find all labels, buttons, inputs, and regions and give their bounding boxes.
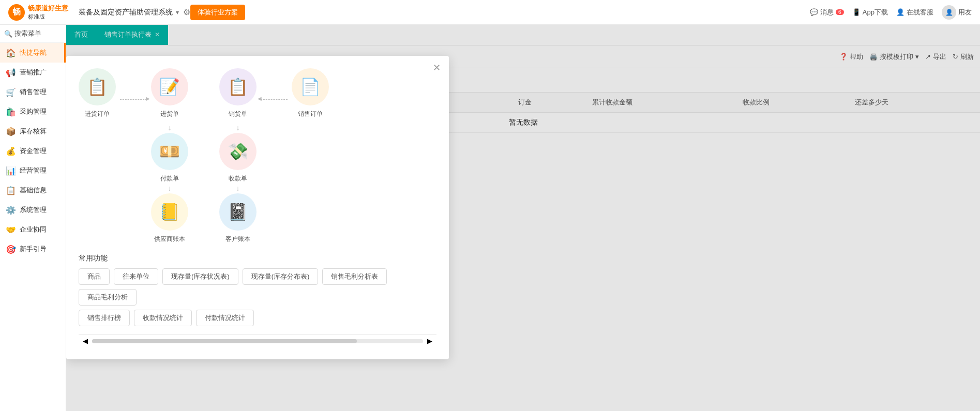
common-functions: 常用功能 商品 往来单位 现存量(库存状况表) 现存量(库存分布表) 销售毛利分… [79,254,436,326]
purchase-order-label: 进货订单 [85,110,110,118]
receipt-bill-node[interactable]: 💸 收款单 [219,133,257,183]
purchase-bill-node[interactable]: 📝 进货单 [151,68,188,118]
sidebar-item-label: 企业协同 [20,225,47,234]
arrow-down-payment: ↓ [168,124,172,132]
sidebar-item-basic-info[interactable]: 📋 基础信息 [0,180,66,200]
gear-icon[interactable]: ⚙ [183,7,190,17]
scroll-right-icon[interactable]: ▶ [427,337,432,345]
sidebar-item-label: 系统管理 [20,205,47,215]
sale-order-label: 销售订单 [298,110,323,118]
customer-book-node[interactable]: 📓 客户账本 [219,193,257,243]
customer-book-icon: 📓 [219,193,257,231]
receipt-bill-icon: 💸 [219,133,257,170]
purchase-order-node[interactable]: 📋 进货订单 [79,68,116,118]
user-button[interactable]: 👤 用友 [942,5,972,20]
sidebar-item-label: 资金管理 [20,146,47,156]
payment-bill-node[interactable]: 💴 付款单 [151,133,188,183]
sidebar-item-marketing[interactable]: 📢 营销推广 [0,63,66,82]
service-icon: 👤 [896,8,904,16]
inventory-icon: 📦 [6,127,16,136]
purchase-order-icon: 📋 [79,68,116,105]
purchase-bill-label: 进货单 [160,110,179,118]
content-area: 首页 销售订单执行表 ✕ ❓ 帮助 🖨️ 按模板打印 ▾ [66,25,980,411]
home-icon: 🏠 [6,48,16,57]
logo-area: 畅 畅康道好生意 标准版 [8,4,74,21]
scroll-left-icon[interactable]: ◀ [83,337,88,345]
sidebar-item-label: 快捷导航 [20,48,47,57]
sidebar-item-finance[interactable]: 💰 资金管理 [0,141,66,161]
sidebar-item-guide[interactable]: 🎯 新手引导 [0,239,66,259]
message-icon: 💬 [810,8,818,16]
func-btn-product-profit[interactable]: 商品毛利分析 [79,289,137,306]
basic-info-icon: 📋 [6,186,16,195]
message-badge: 6 [836,9,844,15]
sidebar-item-label: 新手引导 [20,245,47,254]
sale-bill-icon: 📋 [219,68,257,105]
sales-icon: 🛒 [6,87,16,97]
supplier-book-node[interactable]: 📒 供应商账本 [151,193,188,243]
system-title: 装备及固定资产辅助管理系统 ▾ [79,8,179,17]
scroll-hint: ◀ ▶ [79,334,436,347]
logo-icon: 畅 [8,4,25,21]
sidebar-item-sales[interactable]: 🛒 销售管理 [0,82,66,102]
scroll-bar[interactable] [92,339,423,343]
sidebar-item-label: 经营管理 [20,166,47,175]
top-bar-actions: 💬 消息 6 📱 App下载 👤 在线客服 👤 用友 [810,5,972,20]
func-btn-partner[interactable]: 往来单位 [114,268,158,285]
sidebar-item-quick-nav[interactable]: 🏠 快捷导航 [0,43,66,63]
avatar: 👤 [942,5,956,20]
sidebar: 🔍 搜索菜单 🏠 快捷导航 📢 营销推广 🛒 销售管理 🛍️ 采购管理 📦 [0,25,66,411]
func-btn-product[interactable]: 商品 [79,268,110,285]
message-button[interactable]: 💬 消息 6 [810,8,844,17]
modal-overlay: ✕ 📋 进货订单 [66,25,980,411]
online-service-button[interactable]: 👤 在线客服 [896,8,933,17]
sidebar-item-cooperation[interactable]: 🤝 企业协同 [0,220,66,239]
cooperation-icon: 🤝 [6,225,16,234]
func-btn-sales-profit[interactable]: 销售毛利分析表 [322,268,387,285]
sidebar-item-label: 营销推广 [20,68,47,77]
sidebar-item-inventory[interactable]: 📦 库存核算 [0,121,66,141]
purchase-bill-icon: 📝 [151,68,188,105]
payment-bill-icon: 💴 [151,133,188,170]
arrow-2: ◀ [261,87,288,100]
system-dropdown-icon[interactable]: ▾ [176,9,179,16]
sale-bill-label: 销货单 [229,110,247,118]
flow-modal: ✕ 📋 进货订单 [66,56,449,359]
experience-button[interactable]: 体验行业方案 [190,5,245,20]
func-buttons-row2: 销售排行榜 收款情况统计 付款情况统计 [79,310,436,326]
sidebar-item-label: 采购管理 [20,107,47,116]
func-btn-payment-stats[interactable]: 付款情况统计 [196,310,254,326]
guide-icon: 🎯 [6,245,16,254]
sidebar-item-system[interactable]: ⚙️ 系统管理 [0,200,66,220]
func-buttons: 商品 往来单位 现存量(库存状况表) 现存量(库存分布表) 销售毛利分析表 商品… [79,268,436,306]
func-btn-stock-status[interactable]: 现存量(库存状况表) [162,268,238,285]
sale-order-icon: 📄 [292,68,329,105]
sidebar-item-label: 销售管理 [20,87,47,97]
arrow-down-supplier: ↓ [168,184,172,192]
receipt-bill-label: 收款单 [229,174,247,183]
common-functions-title: 常用功能 [79,254,436,263]
supplier-book-label: 供应商账本 [154,235,185,243]
download-icon: 📱 [852,8,861,16]
modal-close-button[interactable]: ✕ [433,62,441,73]
payment-bill-label: 付款单 [160,174,179,183]
sidebar-item-label: 基础信息 [20,186,47,195]
system-name: 装备及固定资产辅助管理系统 [79,8,173,17]
purchase-icon: 🛍️ [6,107,16,116]
arrow-down-receipt: ↓ [236,124,240,132]
marketing-icon: 📢 [6,68,16,77]
app-download-button[interactable]: 📱 App下载 [852,8,888,17]
system-icon: ⚙️ [6,205,16,215]
search-icon: 🔍 [4,30,12,38]
sale-bill-node[interactable]: 📋 销货单 [219,68,257,118]
sidebar-item-operations[interactable]: 📊 经营管理 [0,161,66,180]
arrow-down-customer: ↓ [236,184,240,192]
func-btn-sales-ranking[interactable]: 销售排行榜 [79,310,130,326]
sale-order-node[interactable]: 📄 销售订单 [292,68,329,118]
scroll-thumb [92,339,357,343]
func-btn-receipt-stats[interactable]: 收款情况统计 [134,310,192,326]
func-btn-stock-dist[interactable]: 现存量(库存分布表) [243,268,319,285]
sidebar-item-purchase[interactable]: 🛍️ 采购管理 [0,102,66,121]
search-menu[interactable]: 🔍 搜索菜单 [0,25,66,43]
logo-text: 畅康道好生意 标准版 [28,4,68,20]
